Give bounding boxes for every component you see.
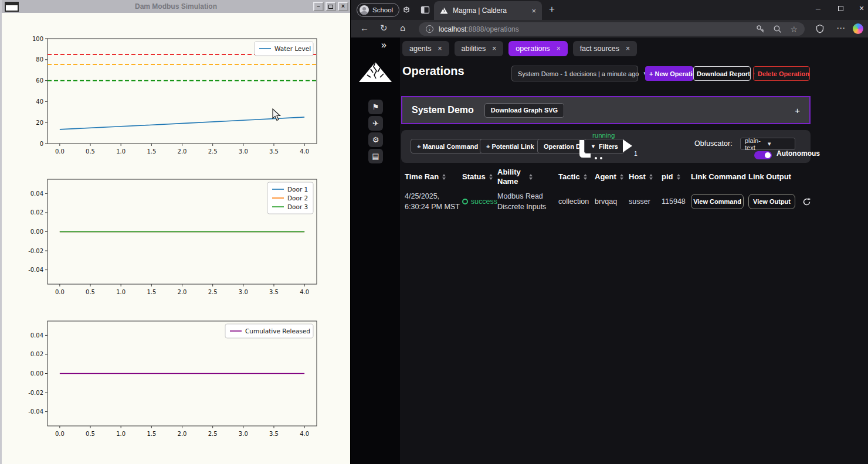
- time-ran-cell: 4/25/2025, 6:30:24 PM MST: [405, 191, 462, 212]
- search-zoom-icon[interactable]: [773, 25, 782, 34]
- tab-operations[interactable]: operations ×: [508, 41, 567, 56]
- copilot-icon[interactable]: [853, 23, 863, 34]
- close-icon[interactable]: ×: [557, 45, 561, 53]
- minimize-button[interactable]: –: [313, 2, 324, 11]
- workspaces-icon[interactable]: [401, 5, 412, 15]
- run-play-icon[interactable]: [623, 139, 632, 152]
- tab-actions-icon[interactable]: [420, 5, 430, 15]
- svg-text:2.5: 2.5: [208, 431, 218, 437]
- maximize-button[interactable]: [326, 2, 336, 11]
- browser-window: School Magma | Caldera × + – ×: [351, 0, 868, 464]
- favorites-star-icon[interactable]: ☆: [790, 25, 798, 34]
- svg-text:1.0: 1.0: [116, 148, 126, 155]
- agent-cell: brvqaq: [595, 197, 629, 206]
- potential-link-button[interactable]: + Potential Link: [480, 139, 541, 153]
- password-key-icon[interactable]: [756, 25, 765, 34]
- url-path: :8888/operations: [466, 25, 518, 33]
- table-row: 4/25/2025, 6:30:24 PM MST success Modbus…: [401, 189, 811, 214]
- close-icon[interactable]: ×: [492, 45, 496, 53]
- operation-dropdown[interactable]: System Demo - 1 decisions | a minute ago…: [511, 66, 638, 81]
- expand-sidebar-icon[interactable]: »: [381, 40, 386, 50]
- col-status[interactable]: Status: [462, 172, 497, 182]
- svg-text:1.0: 1.0: [116, 289, 126, 295]
- close-button[interactable]: ×: [338, 2, 348, 11]
- caldera-sidebar: » ⚑ ✈ ⚙ ▤: [351, 37, 400, 464]
- configuration-gear-icon[interactable]: ⚙: [368, 132, 383, 147]
- sort-icon[interactable]: [677, 174, 680, 180]
- sort-icon[interactable]: [584, 174, 587, 180]
- svg-text:60: 60: [36, 77, 43, 84]
- svg-text:3.0: 3.0: [239, 289, 248, 295]
- caldera-logo[interactable]: [358, 61, 393, 83]
- svg-text:0.5: 0.5: [86, 289, 95, 295]
- svg-text:0.00: 0.00: [30, 370, 43, 377]
- browser-tab[interactable]: Magma | Caldera ×: [434, 1, 542, 20]
- filters-button[interactable]: ▼ Filters: [584, 139, 625, 153]
- profile-button[interactable]: School: [357, 3, 399, 17]
- tab-abilities[interactable]: abilities ×: [455, 41, 504, 56]
- address-bar[interactable]: i localhost:8888/operations ☆: [419, 22, 805, 36]
- svg-text:Water Level: Water Level: [274, 45, 311, 52]
- close-icon[interactable]: ×: [438, 45, 442, 53]
- svg-text:0.0: 0.0: [55, 431, 65, 437]
- screen: Dam Modbus Simulation – × 0.00.51.01.52.…: [0, 0, 868, 464]
- svg-text:4.0: 4.0: [300, 431, 309, 437]
- new-tab-button[interactable]: +: [549, 4, 555, 15]
- tactic-cell: collection: [558, 197, 595, 206]
- delete-operation-button[interactable]: Delete Operation: [753, 66, 810, 81]
- col-host[interactable]: Host: [629, 172, 662, 182]
- browser-minimize-button[interactable]: –: [811, 4, 826, 13]
- site-info-icon[interactable]: i: [426, 25, 433, 33]
- refresh-icon[interactable]: ↻: [380, 23, 388, 33]
- download-graph-svg-button[interactable]: Download Graph SVG: [484, 103, 564, 118]
- url-host: localhost: [439, 25, 466, 33]
- col-pid[interactable]: pid: [662, 172, 691, 182]
- svg-text:0.00: 0.00: [30, 228, 43, 235]
- download-report-button[interactable]: Download Report: [693, 66, 751, 81]
- view-command-button[interactable]: View Command: [691, 194, 744, 209]
- url-text[interactable]: localhost:8888/operations: [439, 25, 756, 33]
- docs-server-icon[interactable]: ▤: [368, 149, 383, 163]
- site-favicon: [440, 7, 448, 14]
- browser-maximize-button[interactable]: [833, 4, 848, 13]
- svg-text:2.0: 2.0: [178, 289, 187, 295]
- autonomous-toggle[interactable]: [754, 151, 772, 159]
- browser-close-button[interactable]: ×: [854, 4, 868, 13]
- tab-agents[interactable]: agents ×: [402, 41, 449, 56]
- sort-icon[interactable]: [529, 174, 533, 180]
- refresh-link-icon[interactable]: [802, 197, 811, 206]
- new-operation-button[interactable]: + New Operation: [645, 66, 693, 81]
- window-titlebar[interactable]: Dam Modbus Simulation – ×: [2, 0, 350, 13]
- home-icon[interactable]: ⌂: [400, 23, 406, 33]
- svg-text:-0.04: -0.04: [28, 408, 43, 415]
- col-ability-name[interactable]: Ability Name: [497, 168, 558, 187]
- col-tactic[interactable]: Tactic: [558, 172, 595, 182]
- browser-essentials-icon[interactable]: [815, 24, 825, 33]
- settings-ellipsis-icon[interactable]: ⋯: [836, 23, 846, 33]
- status-cell: success: [462, 197, 497, 206]
- svg-text:0.02: 0.02: [30, 209, 43, 216]
- expand-panel-icon[interactable]: +: [795, 105, 800, 115]
- col-agent[interactable]: Agent: [595, 172, 629, 182]
- col-link-command: Link Command: [691, 172, 748, 182]
- doors-chart: 0.00.51.01.52.02.53.03.54.0-0.04-0.020.0…: [21, 175, 323, 301]
- col-time-ran[interactable]: Time Ran: [405, 172, 462, 182]
- close-icon[interactable]: ×: [626, 45, 630, 53]
- view-output-button[interactable]: View Output: [748, 194, 795, 209]
- back-icon[interactable]: ←: [360, 23, 369, 33]
- links-table-header: Time Ran Status Ability Name Tactic Agen…: [401, 168, 811, 187]
- tab-fact-sources[interactable]: fact sources ×: [573, 41, 637, 56]
- tab-title: Magma | Caldera: [453, 6, 527, 15]
- campaigns-flag-icon[interactable]: ⚑: [368, 100, 383, 114]
- pid-cell: 115948: [662, 197, 691, 206]
- simulation-window: Dam Modbus Simulation – × 0.00.51.01.52.…: [0, 0, 350, 464]
- tab-close-icon[interactable]: ×: [531, 6, 536, 15]
- manual-command-button[interactable]: + Manual Command: [411, 139, 484, 153]
- plugins-plane-icon[interactable]: ✈: [368, 116, 383, 131]
- obfuscator-select[interactable]: plain-text ▾: [740, 138, 795, 150]
- svg-text:4.0: 4.0: [300, 289, 309, 295]
- sort-icon[interactable]: [442, 174, 446, 180]
- sort-icon[interactable]: [620, 174, 623, 180]
- sort-icon[interactable]: [489, 174, 493, 180]
- sort-icon[interactable]: [649, 174, 653, 180]
